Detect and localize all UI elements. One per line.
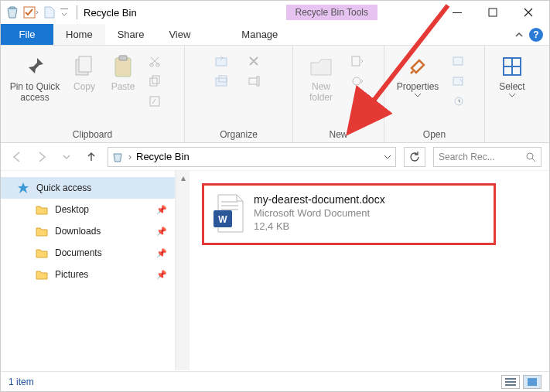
svg-text:W: W (218, 214, 227, 225)
svg-rect-21 (453, 77, 463, 85)
folder-icon (35, 224, 49, 238)
svg-rect-2 (453, 12, 462, 13)
item-count: 1 item (9, 377, 34, 387)
copy-to-button (207, 72, 238, 90)
select-button[interactable]: Select (490, 50, 534, 101)
quick-access-star-icon (16, 181, 30, 195)
minimize-button[interactable] (439, 1, 475, 24)
folder-icon (35, 246, 49, 260)
new-item-button (346, 52, 369, 70)
qat-document-icon[interactable] (41, 4, 58, 21)
details-view-button[interactable] (501, 375, 520, 389)
file-list[interactable]: W my-dearest-document.docx Microsoft Wor… (190, 171, 549, 370)
folder-icon (35, 268, 49, 281)
svg-point-26 (527, 153, 533, 159)
sidebar-item-documents[interactable]: Documents 📌 (1, 242, 175, 264)
address-bar: › Recycle Bin Search Rec... (1, 143, 549, 171)
copy-button: Copy (66, 50, 103, 95)
address-dropdown-icon[interactable] (383, 152, 392, 162)
copy-path-button (143, 72, 166, 90)
address-input[interactable]: › Recycle Bin (108, 147, 396, 167)
recent-locations-button[interactable] (58, 148, 75, 165)
tab-view[interactable]: View (156, 24, 203, 45)
cut-button (143, 52, 166, 70)
svg-rect-29 (221, 209, 238, 210)
group-clipboard-label: Clipboard (5, 127, 179, 142)
pin-to-quick-access-button[interactable]: Pin to Quick access (5, 50, 64, 106)
forward-button (33, 148, 50, 165)
back-button[interactable] (9, 148, 26, 165)
search-icon (525, 152, 536, 162)
rename-button (240, 72, 271, 90)
search-placeholder: Search Rec... (439, 152, 525, 162)
svg-rect-33 (505, 378, 516, 380)
window-title: Recycle Bin (84, 7, 137, 19)
recycle-bin-icon (111, 151, 124, 163)
svg-rect-11 (152, 76, 159, 84)
address-location[interactable]: Recycle Bin (136, 151, 190, 162)
close-button[interactable] (511, 1, 546, 24)
file-type: Microsoft Word Document (254, 207, 385, 219)
up-button[interactable] (83, 148, 100, 165)
navigation-pane: Quick access Desktop 📌 Downloads 📌 Docum… (1, 171, 176, 370)
nav-scrollbar[interactable]: ▴ (176, 171, 190, 370)
paste-icon (113, 53, 133, 80)
open-dropdown-button (448, 52, 471, 70)
new-folder-icon (309, 53, 333, 80)
file-name: my-dearest-document.docx (254, 193, 385, 206)
svg-point-19 (353, 77, 360, 85)
tab-share[interactable]: Share (105, 24, 157, 45)
tab-manage[interactable]: Manage (229, 24, 290, 45)
maximize-button[interactable] (475, 1, 511, 24)
svg-rect-7 (119, 56, 127, 60)
svg-rect-35 (505, 384, 516, 386)
tab-home[interactable]: Home (53, 24, 105, 45)
svg-rect-27 (221, 201, 238, 203)
svg-rect-6 (115, 58, 131, 77)
sidebar-item-downloads[interactable]: Downloads 📌 (1, 220, 175, 242)
properties-button[interactable]: Properties (389, 50, 446, 101)
svg-rect-10 (150, 78, 157, 86)
scroll-up-icon[interactable]: ▴ (176, 171, 190, 185)
svg-rect-17 (257, 77, 259, 86)
sidebar-item-pictures[interactable]: Pictures 📌 (1, 264, 175, 285)
chevron-down-icon (415, 94, 421, 97)
history-button (448, 92, 471, 111)
pin-icon: 📌 (156, 248, 167, 258)
sidebar-item-desktop[interactable]: Desktop 📌 (1, 199, 175, 220)
pin-icon: 📌 (156, 205, 167, 215)
chevron-down-icon (509, 94, 515, 97)
tab-file[interactable]: File (1, 24, 53, 45)
svg-rect-5 (79, 56, 91, 72)
sidebar-item-quick-access[interactable]: Quick access (1, 177, 175, 199)
chevron-right-icon[interactable]: › (128, 152, 132, 162)
select-icon (502, 53, 522, 80)
menu-bar: File Home Share View Manage ? (1, 24, 549, 46)
copy-icon (74, 53, 94, 80)
svg-rect-12 (150, 97, 159, 106)
status-bar: 1 item (1, 371, 549, 391)
svg-rect-18 (352, 56, 360, 66)
pin-icon (23, 53, 46, 80)
search-input[interactable]: Search Rec... (433, 147, 541, 167)
title-separator (77, 5, 77, 19)
folder-icon (35, 203, 49, 216)
help-button[interactable]: ? (529, 28, 543, 42)
group-new-label: New (298, 127, 379, 142)
ribbon-collapse-icon[interactable] (514, 29, 524, 40)
svg-rect-1 (60, 9, 68, 9)
pin-icon: 📌 (156, 227, 167, 237)
group-organize-label: Organize (190, 127, 288, 142)
thumbnails-view-button[interactable] (523, 375, 541, 389)
edit-button (448, 72, 471, 90)
svg-rect-34 (505, 381, 516, 383)
easy-access-button (346, 72, 369, 90)
ribbon: Pin to Quick access Copy Paste Clipboard (1, 46, 549, 143)
paste-button: Paste (104, 50, 142, 95)
qat-dropdown-icon[interactable] (60, 4, 69, 21)
list-item[interactable]: W my-dearest-document.docx Microsoft Wor… (202, 183, 496, 245)
qat-checkbox-icon[interactable] (22, 4, 39, 21)
delete-button (240, 52, 271, 70)
paste-shortcut-button (143, 92, 166, 111)
refresh-button[interactable] (404, 147, 425, 167)
